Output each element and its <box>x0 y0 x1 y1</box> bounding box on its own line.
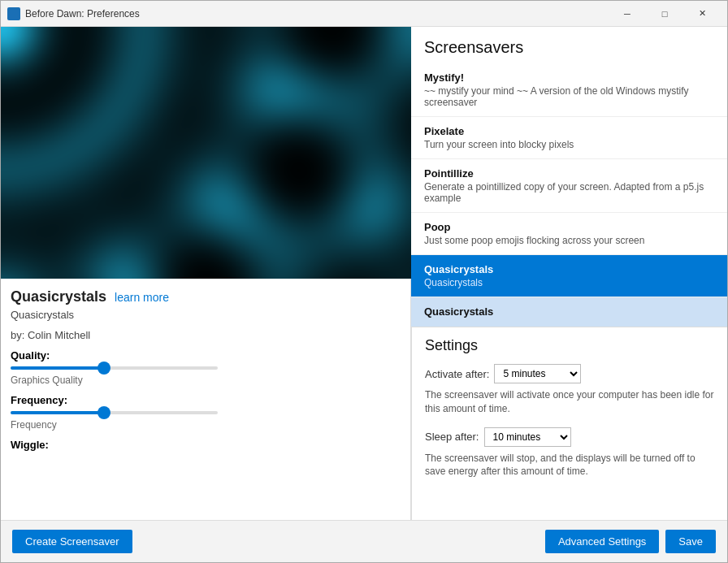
screensaver-subtitle: Quasicrystals <box>11 309 401 321</box>
activate-row: Activate after: 5 minutes 1 minute 2 min… <box>425 364 714 383</box>
ss-item-quasicrystals[interactable]: Quasicrystals Quasicrystals <box>411 255 727 297</box>
learn-more-link[interactable]: learn more <box>115 291 169 304</box>
ss-item-quasicrystals2[interactable]: Quasicrystals <box>411 297 727 327</box>
app-icon <box>7 7 20 20</box>
info-panel: Quasicrystals learn more Quasicrystals b… <box>1 279 410 520</box>
screensaver-title: Quasicrystals <box>11 288 106 305</box>
ss-item-pointillize[interactable]: Pointillize Generate a pointillized copy… <box>411 159 727 213</box>
titlebar: Before Dawn: Preferences ─ □ ✕ <box>1 1 727 27</box>
frequency-slider-container: Frequency: Frequency <box>11 394 401 431</box>
frequency-label: Frequency: <box>11 394 401 406</box>
ss-item-pointillize-name: Pointillize <box>424 167 714 180</box>
create-screensaver-button[interactable]: Create Screensaver <box>12 530 132 553</box>
save-button[interactable]: Save <box>665 530 716 553</box>
bottom-bar: Create Screensaver Advanced Settings Sav… <box>1 520 727 562</box>
advanced-settings-button[interactable]: Advanced Settings <box>545 530 659 553</box>
frequency-slider[interactable] <box>11 411 218 414</box>
screensavers-title: Screensavers <box>411 27 727 63</box>
right-action-buttons: Advanced Settings Save <box>545 530 716 553</box>
frequency-slider-thumb[interactable] <box>98 406 110 419</box>
sleep-help: The screensaver will stop, and the displ… <box>425 452 714 479</box>
settings-title: Settings <box>425 337 714 354</box>
title-row: Quasicrystals learn more <box>11 288 401 305</box>
ss-item-mystify-name: Mystify! <box>424 71 714 84</box>
screensaver-preview <box>1 27 411 279</box>
frequency-slider-fill <box>11 411 104 414</box>
activate-select[interactable]: 5 minutes 1 minute 2 minutes 10 minutes … <box>494 364 581 383</box>
sleep-row: Sleep after: 10 minutes 5 minutes 15 min… <box>425 427 714 447</box>
ss-item-poop[interactable]: Poop Just some poop emojis flocking acro… <box>411 213 727 255</box>
main-content: Quasicrystals learn more Quasicrystals b… <box>1 27 727 520</box>
settings-section: Settings Activate after: 5 minutes 1 min… <box>411 327 727 520</box>
ss-item-poop-name: Poop <box>424 221 714 233</box>
ss-item-quasicrystals2-name: Quasicrystals <box>424 305 714 318</box>
close-button[interactable]: ✕ <box>683 1 721 27</box>
screensavers-list[interactable]: Mystify! ~~ mystify your mind ~~ A versi… <box>411 63 727 327</box>
maximize-button[interactable]: □ <box>646 1 683 27</box>
activate-help: The screensaver will activate once your … <box>425 388 714 416</box>
ss-item-quasicrystals-desc: Quasicrystals <box>424 277 714 288</box>
left-panel: Quasicrystals learn more Quasicrystals b… <box>1 27 411 520</box>
quality-label: Quality: <box>11 349 401 362</box>
quality-desc: Graphics Quality <box>11 375 401 386</box>
quality-slider-thumb[interactable] <box>98 362 110 375</box>
right-panel: Screensavers Mystify! ~~ mystify your mi… <box>411 27 727 520</box>
quality-slider[interactable] <box>11 366 218 370</box>
ss-item-quasicrystals-name: Quasicrystals <box>424 263 714 275</box>
window-title: Before Dawn: Preferences <box>25 8 609 19</box>
ss-item-pixelate-desc: Turn your screen into blocky pixels <box>424 139 714 150</box>
minimize-button[interactable]: ─ <box>609 1 646 27</box>
ss-item-pointillize-desc: Generate a pointillized copy of your scr… <box>424 181 714 204</box>
window-controls: ─ □ ✕ <box>609 1 721 27</box>
main-window: Before Dawn: Preferences ─ □ ✕ Quasicrys… <box>0 0 728 563</box>
wiggle-label: Wiggle: <box>11 439 401 451</box>
ss-item-poop-desc: Just some poop emojis flocking across yo… <box>424 235 714 246</box>
screensavers-section: Screensavers Mystify! ~~ mystify your mi… <box>411 27 727 327</box>
author-line: by: Colin Mitchell <box>11 329 401 341</box>
quality-slider-fill <box>11 366 104 370</box>
ss-item-mystify[interactable]: Mystify! ~~ mystify your mind ~~ A versi… <box>411 63 727 117</box>
ss-item-pixelate[interactable]: Pixelate Turn your screen into blocky pi… <box>411 117 727 159</box>
preview-area <box>1 27 411 279</box>
quality-slider-container: Quality: Graphics Quality <box>11 349 401 386</box>
ss-item-mystify-desc: ~~ mystify your mind ~~ A version of the… <box>424 85 714 108</box>
sleep-select[interactable]: 10 minutes 5 minutes 15 minutes 20 minut… <box>484 427 571 447</box>
ss-item-pixelate-name: Pixelate <box>424 125 714 137</box>
sleep-label: Sleep after: <box>425 431 479 443</box>
activate-label: Activate after: <box>425 368 489 380</box>
frequency-desc: Frequency <box>11 419 401 431</box>
